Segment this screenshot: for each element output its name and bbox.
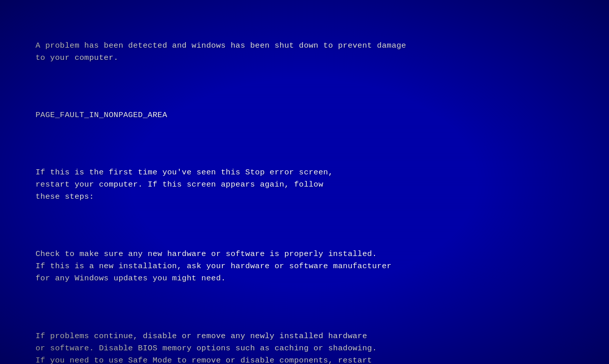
para3-line3: If you need to use Safe Mode to remove o… bbox=[36, 356, 372, 364]
bsod-screen: A problem has been detected and windows … bbox=[0, 0, 609, 364]
para1: If this is the first time you've seen th… bbox=[36, 166, 584, 203]
header-block: A problem has been detected and windows … bbox=[36, 40, 584, 64]
bsod-content: A problem has been detected and windows … bbox=[36, 15, 584, 364]
para2: Check to make sure any new hardware or s… bbox=[36, 248, 584, 284]
para3: If problems continue, disable or remove … bbox=[36, 330, 584, 364]
line2: to your computer. bbox=[36, 53, 118, 62]
para1-line2: restart your computer. If this screen ap… bbox=[36, 180, 323, 189]
para1-line3: these steps: bbox=[36, 192, 94, 201]
para3-line1: If problems continue, disable or remove … bbox=[36, 332, 367, 341]
para2-line2: If this is a new installation, ask your … bbox=[36, 262, 392, 271]
error-code: PAGE_FAULT_IN_NONPAGED_AREA bbox=[36, 109, 584, 121]
para2-line1: Check to make sure any new hardware or s… bbox=[36, 249, 377, 259]
para3-line2: or software. Disable BIOS memory options… bbox=[36, 344, 377, 353]
line1: A problem has been detected and windows … bbox=[36, 41, 406, 50]
para2-line3: for any Windows updates you might need. bbox=[36, 274, 226, 283]
para1-line1: If this is the first time you've seen th… bbox=[36, 168, 333, 177]
